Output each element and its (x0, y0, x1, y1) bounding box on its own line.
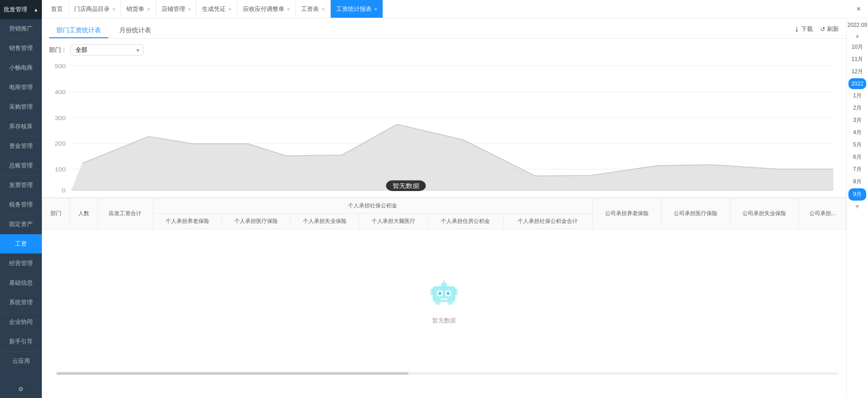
sidebar-item-fpgl[interactable]: 发票管理 (0, 176, 42, 195)
sidebar-title: 批发管理 (4, 5, 27, 14)
sidebar-item-swgl[interactable]: 税务管理 (0, 195, 42, 215)
month-1[interactable]: 1月 (847, 90, 868, 102)
dept-select-wrapper[interactable]: 全部 (71, 44, 143, 55)
sidebar-item-xtgl[interactable]: 系统管理 (0, 293, 42, 312)
main-area: 首页 门店商品目录 × 销货单 × 店铺管理 × 生成凭证 × 应收应付调整单 … (42, 0, 868, 398)
month-7[interactable]: 7月 (847, 163, 868, 176)
tab-store-close[interactable]: × (188, 6, 191, 12)
refresh-label: 刷新 (827, 25, 839, 33)
col-company-more: 公司承担... (799, 198, 846, 229)
svg-text:500: 500 (55, 63, 66, 70)
filter-toolbar: 部门： 全部 (42, 39, 846, 61)
month-3[interactable]: 3月 (847, 114, 868, 126)
download-label: 下载 (801, 25, 813, 33)
svg-text:400: 400 (55, 89, 66, 96)
tab-product[interactable]: 门店商品目录 × (69, 0, 121, 18)
svg-rect-21 (447, 292, 449, 295)
content-area: 部门工资统计表 月份统计表 ⤓ 下载 ↺ 刷新 部门： (42, 18, 868, 398)
col-count: 人数 (70, 198, 98, 229)
tab-payroll-close[interactable]: × (322, 6, 324, 12)
sidebar-item-jcxx[interactable]: 基础信息 (0, 273, 42, 293)
svg-text:0: 0 (62, 187, 66, 194)
tab-sales-label: 销货单 (126, 5, 144, 13)
sidebar-settings-button[interactable]: ⚙ (0, 380, 42, 398)
col-dept: 部门 (42, 198, 70, 229)
svg-text:暂无数据: 暂无数据 (393, 182, 419, 189)
month-8[interactable]: 8月 (847, 176, 868, 188)
sub-tabs: 部门工资统计表 月份统计表 ⤓ 下载 ↺ 刷新 (42, 18, 846, 39)
tab-voucher[interactable]: 生成凭证 × (197, 0, 237, 18)
tab-product-close[interactable]: × (112, 6, 115, 12)
dept-label: 部门： (49, 46, 67, 54)
sidebar-item-qyxt[interactable]: 企业协同 (0, 312, 42, 332)
tab-payroll-report-label: 工资统计报表 (336, 5, 372, 13)
tab-ar[interactable]: 应收应付调整单 × (237, 0, 296, 18)
sidebar-item-yxtp[interactable]: 营销推广 (0, 19, 42, 39)
dept-select[interactable]: 全部 (71, 44, 143, 55)
col-personal-pension: 个人承担养老保险 (153, 214, 222, 229)
refresh-icon: ↺ (820, 26, 825, 33)
tab-voucher-close[interactable]: × (228, 6, 231, 12)
svg-rect-17 (454, 288, 458, 295)
toolbar-left: 部门： 全部 (49, 44, 143, 55)
sidebar-header[interactable]: 批发管理 ▲ (0, 0, 42, 19)
tab-ar-close[interactable]: × (287, 6, 290, 12)
sub-tab-dept-stats[interactable]: 部门工资统计表 (49, 24, 108, 38)
month-12[interactable]: 12月 (847, 65, 868, 78)
tab-payroll-label: 工资表 (301, 5, 319, 13)
sidebar-item-xsgl[interactable]: 销售管理 (0, 39, 42, 58)
tab-home[interactable]: 首页 (45, 0, 69, 18)
tab-sales[interactable]: 销货单 × (121, 0, 156, 18)
empty-robot-icon (426, 275, 462, 311)
sidebar-item-zzgl[interactable]: 总账管理 (0, 156, 42, 176)
month-5[interactable]: 5月 (847, 139, 868, 151)
sub-tab-month-stats[interactable]: 月份统计表 (112, 24, 158, 38)
sidebar-item-cggl[interactable]: 采购管理 (0, 97, 42, 117)
horizontal-scrollbar[interactable] (56, 372, 839, 375)
tab-store[interactable]: 店铺管理 × (156, 0, 197, 18)
nav-down-arrow[interactable]: ▼ (847, 201, 868, 212)
sidebar-item-xdds[interactable]: 小畅电商 (0, 58, 42, 78)
month-9[interactable]: 9月 (848, 188, 866, 201)
tab-bar-close-button[interactable]: × (853, 5, 864, 13)
col-personal-total: 个人承担社保公积金合计 (503, 214, 592, 229)
tab-payroll[interactable]: 工资表 × (296, 0, 330, 18)
svg-text:100: 100 (55, 166, 66, 173)
month-4[interactable]: 4月 (847, 126, 868, 139)
empty-state: 暂无数据 (42, 257, 846, 343)
svg-rect-25 (435, 302, 440, 305)
sidebar-item-jygl[interactable]: 经营管理 (0, 254, 42, 273)
sidebar-item-zjgl[interactable]: 资金管理 (0, 136, 42, 156)
tab-payroll-report[interactable]: 工资统计报表 × (331, 0, 383, 18)
sidebar-item-dsgl[interactable]: 电商管理 (0, 78, 42, 97)
col-personal-unemployment: 个人承担失业保险 (290, 214, 359, 229)
sidebar-item-gdzc[interactable]: 固定资产 (0, 215, 42, 234)
svg-marker-12 (71, 124, 833, 190)
sidebar-item-gz[interactable]: 工资 (0, 234, 42, 254)
tab-home-label: 首页 (51, 5, 63, 13)
tab-payroll-report-close[interactable]: × (374, 6, 377, 12)
refresh-button[interactable]: ↺ 刷新 (820, 24, 839, 35)
year-2022-badge[interactable]: 2022 (848, 78, 866, 89)
sidebar-item-yyyp[interactable]: 云应用 (0, 352, 42, 371)
col-personal-housing: 个人承担住房公积金 (428, 214, 503, 229)
sidebar-item-kchj[interactable]: 库存核算 (0, 117, 42, 136)
svg-text:300: 300 (55, 115, 66, 121)
month-2[interactable]: 2月 (847, 102, 868, 114)
month-11[interactable]: 11月 (847, 53, 868, 65)
month-10[interactable]: 10月 (847, 41, 868, 53)
sidebar: 批发管理 ▲ 营销推广 销售管理 小畅电商 电商管理 采购管理 库存核算 资金管… (0, 0, 42, 398)
nav-up-arrow[interactable]: ▲ (847, 30, 868, 41)
col-personal-medical: 个人承担医疗保险 (222, 214, 290, 229)
year-label[interactable]: 2022.09 (847, 20, 868, 30)
col-company-pension: 公司承担养老保险 (593, 198, 661, 229)
sidebar-item-xsyd[interactable]: 新手引导 (0, 332, 42, 352)
tab-sales-close[interactable]: × (147, 6, 150, 12)
download-button[interactable]: ⤓ 下载 (794, 24, 813, 35)
scrollbar-thumb[interactable] (56, 372, 409, 375)
month-6[interactable]: 6月 (847, 151, 868, 163)
svg-rect-26 (448, 302, 453, 305)
col-personal-medical-big: 个人承担大额医疗 (359, 214, 428, 229)
tab-store-label: 店铺管理 (161, 5, 185, 13)
tab-voucher-label: 生成凭证 (202, 5, 226, 13)
